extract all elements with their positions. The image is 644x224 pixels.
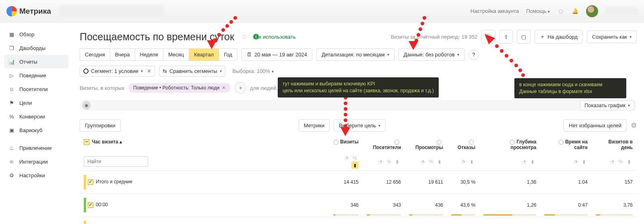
pie-view-icon[interactable]: ◔ [572,158,579,165]
pie-view-icon[interactable]: ◔ [460,158,467,165]
chat-icon[interactable]: ◌ [557,8,564,15]
period-year[interactable]: Год [219,48,237,61]
col-visits[interactable]: Визиты [329,137,363,153]
period-row: Сегодня Вчера Неделя Месяц Квартал Год 🗓… [80,48,637,61]
unknown-button[interactable]: ▢ [517,30,530,44]
bar-view-icon[interactable]: ▮ [625,158,633,165]
search-input[interactable] [84,156,148,167]
sidebar-item-settings[interactable]: ⚙Настройки [4,168,68,182]
period-today[interactable]: Сегодня [80,48,110,61]
grid-icon: ▦ [8,31,15,38]
checkbox-icon[interactable] [88,179,93,185]
checkbox-icon[interactable] [84,139,89,145]
bar-view-icon[interactable]: ▮ [394,158,401,165]
data-mode-button[interactable]: Данные: без роботов▾ [398,48,464,61]
plugin-icon: ⎋ [8,158,15,165]
save-as-button[interactable]: Сохранить как▾ [587,31,637,43]
sidebar-item-acquisition[interactable]: ♨Привлечение [4,141,68,155]
pie-view-icon[interactable]: ◔ [520,158,528,165]
table-row[interactable]: 01:00 259 259 319 19,3 % 1,23 0:47 2,82 [80,217,637,224]
site-selector-blur[interactable] [59,5,164,17]
col-time[interactable]: Время на сайте [540,137,591,153]
radio-icon[interactable] [510,140,515,145]
avatar[interactable] [586,5,598,17]
table-header-row: Час визита ▴ Визиты Посетители Просмотры… [80,137,637,153]
sidebar-item-integrations[interactable]: ⎋Интеграции [4,155,68,168]
table-icon-row: ◔%▮ ◔%▮ ◔%▮ ◔▮ ◔▮ ◔▮ ◔%▮ [80,153,637,171]
radio-icon[interactable] [469,140,474,145]
header-right: Настройка аккаунта Помощь ▾ ◌ 🔔 [471,5,638,17]
logo[interactable]: Метрика [6,6,51,17]
period-yesterday[interactable]: Вчера [110,48,135,61]
percent-view-icon[interactable]: % [427,158,435,165]
sidebar-item-goals[interactable]: ⚑Цели [4,96,68,110]
play-icon: ▷ [8,72,15,79]
table-settings-icon[interactable]: ⚙ [631,121,637,130]
chevron-down-icon: ▾ [457,52,459,57]
no-fav-goals-button[interactable]: Нет избранных целей [564,119,627,132]
help-hint-button[interactable]: ? [469,50,479,60]
help-link[interactable]: Помощь ▾ [526,8,550,14]
date-range-button[interactable]: 🗓20 мая — 19 авг 2024 [242,48,312,61]
radio-icon[interactable] [394,140,399,145]
sample-selector[interactable]: Выборка: 100% ▾ [229,66,277,76]
pie-view-icon[interactable]: ◔ [377,158,384,165]
col-views[interactable]: Просмотры [405,137,447,153]
dimension-header[interactable]: Час визита ▴ [80,137,329,153]
sidebar-item-conversions[interactable]: %Конверсии [4,110,68,123]
sidebar-item-overview[interactable]: ▦Обзор [4,27,68,41]
to-dashboard-button[interactable]: ＋На дашборд [535,30,583,44]
compare-segments-button[interactable]: ⇆ Сравнить сегменты ▾ [159,66,225,77]
radio-icon[interactable] [334,140,339,145]
segment-row: Сегмент: 1 условие ▾ ✕ ⇆ Сравнить сегмен… [80,66,637,77]
account-settings-link[interactable]: Настройка аккаунта [471,8,519,14]
bar-view-icon[interactable]: ▮ [468,158,475,165]
period-quarter[interactable]: Квартал [189,48,219,61]
col-perday[interactable]: Визитов в день [592,137,637,153]
segment-chip[interactable]: Сегмент: 1 условие ▾ ✕ [80,66,155,77]
pie-view-icon[interactable]: ◔ [343,154,350,162]
checkbox-icon[interactable] [88,202,93,208]
metrics-button[interactable]: Метрики [299,119,330,132]
chart-knob-icon[interactable]: ◉ [82,101,91,110]
filter-pill[interactable]: Поведение • Роботность: Только люди✕ [128,83,231,93]
show-chart-button[interactable]: Показать график ▾ [580,100,634,110]
add-filter-button[interactable]: ＋ [235,82,246,93]
col-bounce[interactable]: Отказы [447,137,479,153]
pie-view-icon[interactable]: ◔ [609,158,616,165]
row-marker-icon [84,198,86,212]
sidebar-item-behavior[interactable]: ▷Поведение [4,68,68,82]
bookmark-icon[interactable]: ☆ [242,33,248,41]
chevron-down-icon: ▾ [141,69,143,73]
plus-icon: ＋ [540,33,545,40]
close-icon[interactable]: ✕ [222,85,226,91]
bar-view-icon[interactable]: ▮ [436,158,443,165]
table-row[interactable]: 00:00 346 343 436 43,6 % 1,26 0:47 3,76 [80,194,637,217]
percent-view-icon[interactable]: % [617,158,624,165]
sidebar-item-dashboards[interactable]: ❐Дашборды [4,41,68,55]
col-visitors[interactable]: Посетители [363,137,405,153]
radio-icon[interactable] [437,140,442,145]
col-depth[interactable]: Глубина просмотра [479,137,540,153]
close-icon[interactable]: ✕ [147,68,151,74]
sidebar-item-visitors[interactable]: ☺Посетители [4,82,68,96]
export-button[interactable]: ⇧ [499,30,513,44]
bar-view-icon[interactable]: ▮ [580,158,588,165]
chevron-down-icon: ▾ [630,35,632,39]
pie-view-icon[interactable]: ◔ [419,158,426,165]
sidebar-item-reports[interactable]: 📊Отчеты [4,55,68,68]
bar-view-icon[interactable]: ▮ [351,162,359,169]
detail-button[interactable]: Детализация: по месяцам▾ [316,48,394,61]
grouping-button[interactable]: Группировки [80,119,121,132]
username-blur [605,7,638,15]
period-month[interactable]: Месяц [163,48,189,61]
percent-view-icon[interactable]: % [385,158,392,165]
how-to-link[interactable]: iКак использовать [253,34,296,40]
sidebar-item-variokub[interactable]: ▣Вариокуб [4,123,68,137]
percent-view-icon[interactable]: % [351,154,359,162]
bell-icon[interactable]: 🔔 [572,8,579,15]
bar-view-icon[interactable]: ▮ [529,158,536,165]
period-week[interactable]: Неделя [135,48,163,61]
percent-icon: % [8,113,15,120]
radio-icon[interactable] [559,140,564,145]
